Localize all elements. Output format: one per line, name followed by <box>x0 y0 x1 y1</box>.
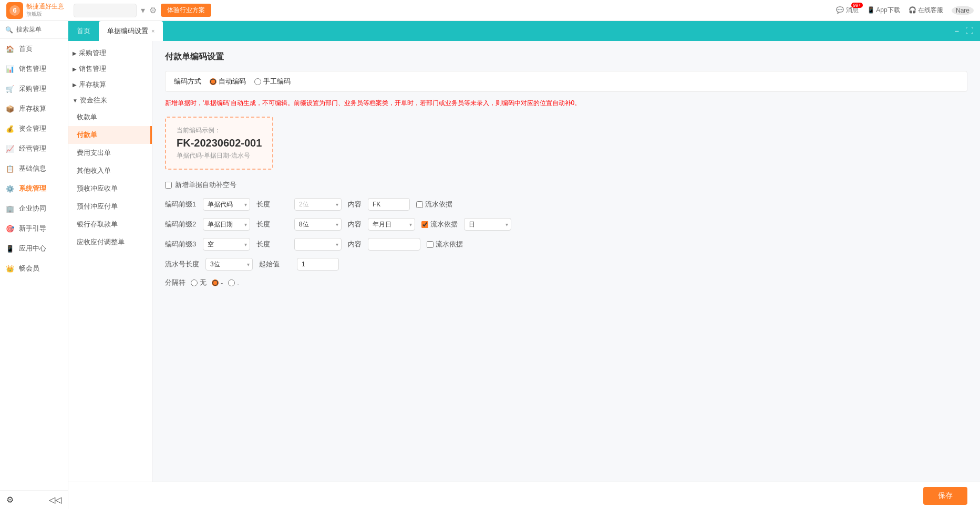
subnav-group-cashflow[interactable]: ▼ 资金往来 <box>68 92 152 108</box>
flow1-check: 流水依据 <box>416 200 452 209</box>
auto-fill-label: 新增单据自动补空号 <box>175 180 236 190</box>
sep-dash-label: - <box>221 279 223 287</box>
subnav-item-other-income[interactable]: 其他收入单 <box>68 162 152 180</box>
sidebar-item-appstore[interactable]: 📱 应用中心 <box>0 238 68 258</box>
sep-dash-radio[interactable]: - <box>212 279 223 287</box>
manual-encoding-radio[interactable]: 手工编码 <box>254 77 291 86</box>
content3-label: 内容 <box>348 240 362 249</box>
app-download-btn[interactable]: 📱 App下载 <box>867 6 900 15</box>
sidebar-item-finance[interactable]: 💰 资金管理 <box>0 119 68 139</box>
subnav-item-prereceive[interactable]: 预收冲应收单 <box>68 180 152 198</box>
user-avatar[interactable]: Nare <box>952 7 974 14</box>
sidebar-item-operation[interactable]: 📈 经营管理 <box>0 139 68 159</box>
subnav-group-inventory[interactable]: ▶ 库存核算 <box>68 77 152 92</box>
collapse-icon[interactable]: ◁◁ <box>49 495 61 505</box>
preview-label: 当前编码示例： <box>177 126 262 135</box>
prefix1-label: 编码前缀1 <box>165 200 197 209</box>
length3-select-wrapper <box>294 238 342 251</box>
sidebar-label-finance: 资金管理 <box>19 124 46 133</box>
flow-length-select-wrapper: 3位 <box>205 258 253 271</box>
content1-input[interactable] <box>368 198 410 211</box>
length1-select[interactable]: 2位 <box>294 198 342 211</box>
length3-select[interactable] <box>294 238 342 251</box>
arrow-right-icon2: ▶ <box>73 66 77 72</box>
subnav-item-payment[interactable]: 付款单 <box>68 126 152 144</box>
guide-icon: 🎯 <box>5 225 15 233</box>
flow3-label: 流水依据 <box>436 240 463 249</box>
sidebar-item-system[interactable]: ⚙️ 系统管理 <box>0 179 68 199</box>
message-icon: 💬 <box>836 6 844 14</box>
app-label: App下载 <box>876 6 900 14</box>
sidebar-item-member[interactable]: 👑 畅会员 <box>0 258 68 278</box>
settings-icon[interactable]: ⚙ <box>149 5 157 15</box>
auto-fill-checkbox[interactable] <box>165 182 172 189</box>
subnav-group-inventory-label: 库存核算 <box>79 80 106 89</box>
dropdown-icon[interactable]: ▾ <box>141 5 145 15</box>
prefix-row-1: 编码前缀1 单据代码 长度 2位 内容 <box>165 198 967 211</box>
minimize-icon[interactable]: － <box>953 26 961 37</box>
search-menu-label: 搜索菜单 <box>16 25 42 34</box>
prefix1-select-wrapper: 单据代码 <box>203 198 250 211</box>
flow3-check: 流水依据 <box>427 240 463 249</box>
subnav-group-purchase[interactable]: ▶ 采购管理 <box>68 45 152 61</box>
save-button[interactable]: 保存 <box>923 487 967 505</box>
sep-none-radio[interactable]: 无 <box>191 278 207 287</box>
flow2-checkbox[interactable] <box>421 221 428 228</box>
logo-area: 6 畅捷通好生意 旗舰版 <box>6 2 64 19</box>
start-value-input[interactable] <box>297 258 339 271</box>
subnav-item-bank[interactable]: 银行存取款单 <box>68 215 152 233</box>
tab-encoding[interactable]: 单据编码设置 × <box>99 21 163 41</box>
search-menu[interactable]: 🔍 搜索菜单 <box>0 21 68 39</box>
subnav-group-sales[interactable]: ▶ 销售管理 <box>68 61 152 77</box>
sep-dot-radio[interactable]: . <box>228 279 239 287</box>
flow3-checkbox[interactable] <box>427 241 434 248</box>
maximize-icon[interactable]: ⛶ <box>965 26 974 36</box>
content2-select[interactable]: 年月日 <box>368 218 415 231</box>
content2-label: 内容 <box>348 220 362 229</box>
length2-label: 长度 <box>256 220 288 229</box>
company-icon: 🏢 <box>5 205 15 213</box>
encoding-mode: 编码方式 自动编码 手工编码 <box>165 71 967 92</box>
tab-close-icon[interactable]: × <box>151 28 154 34</box>
sidebar-item-company[interactable]: 🏢 企业协同 <box>0 199 68 219</box>
prefix3-select-wrapper: 空 <box>203 238 250 251</box>
prefix2-select[interactable]: 单据日期 <box>203 218 250 231</box>
prefix-row-3: 编码前缀3 空 长度 内容 <box>165 238 967 251</box>
bottom-bar: 保存 <box>68 482 980 509</box>
preview-desc: 单据代码-单据日期-流水号 <box>177 151 262 160</box>
sidebar-item-home[interactable]: 🏠 首页 <box>0 39 68 59</box>
layout: 🔍 搜索菜单 🏠 首页 📊 销售管理 🛒 采购管理 📦 库存核算 💰 资金管理 … <box>0 21 980 509</box>
sidebar-label-company: 企业协同 <box>19 204 46 213</box>
subnav-item-receipt[interactable]: 收款单 <box>68 108 152 126</box>
subnav-item-adjust[interactable]: 应收应付调整单 <box>68 233 152 251</box>
sidebar-item-guide[interactable]: 🎯 新手引导 <box>0 219 68 238</box>
flow-length-select[interactable]: 3位 <box>205 258 253 271</box>
message-btn[interactable]: 💬 消息 99+ <box>836 6 858 15</box>
prefix2-select-wrapper: 单据日期 <box>203 218 250 231</box>
company-selector[interactable] <box>74 4 137 17</box>
message-count: 99+ <box>851 3 862 8</box>
trial-button[interactable]: 体验行业方案 <box>161 4 211 17</box>
arrow-down-icon: ▼ <box>73 98 78 103</box>
sidebar-item-sales[interactable]: 📊 销售管理 <box>0 59 68 79</box>
sidebar-item-basic[interactable]: 📋 基础信息 <box>0 159 68 179</box>
prefix3-select[interactable]: 空 <box>203 238 250 251</box>
sidebar-item-purchase[interactable]: 🛒 采购管理 <box>0 79 68 99</box>
content3-input[interactable] <box>368 238 420 251</box>
auto-encoding-radio[interactable]: 自动编码 <box>210 77 246 86</box>
period-select[interactable]: 日 <box>464 218 511 231</box>
prefix1-select[interactable]: 单据代码 <box>203 198 250 211</box>
service-label: 在线客服 <box>918 6 943 14</box>
subnav-item-expense[interactable]: 费用支出单 <box>68 144 152 162</box>
content1-label: 内容 <box>348 200 362 209</box>
subnav-item-prepay[interactable]: 预付冲应付单 <box>68 198 152 215</box>
settings-gear-icon[interactable]: ⚙ <box>6 495 14 505</box>
length2-select[interactable]: 8位 <box>294 218 342 231</box>
length2-select-wrapper: 8位 <box>294 218 342 231</box>
flow1-checkbox[interactable] <box>416 201 423 208</box>
sep-none-label: 无 <box>200 278 207 287</box>
sep-dot-label: . <box>237 279 239 287</box>
sidebar-item-inventory[interactable]: 📦 库存核算 <box>0 99 68 119</box>
tab-home[interactable]: 首页 <box>68 21 99 41</box>
service-btn[interactable]: 🎧 在线客服 <box>909 6 943 15</box>
